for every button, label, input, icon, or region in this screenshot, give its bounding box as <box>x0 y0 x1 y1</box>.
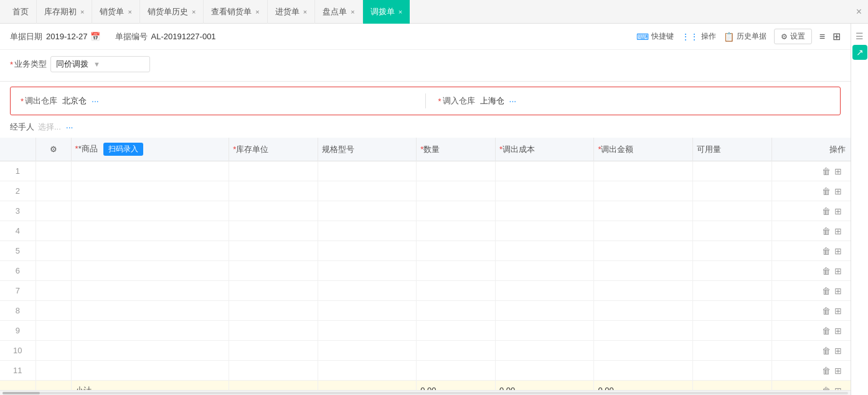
delete-icon[interactable]: 🗑 <box>822 206 831 216</box>
tab-sales-order[interactable]: 销货单 × <box>92 0 139 24</box>
tab-transfer[interactable]: 调拨单 × <box>363 0 410 24</box>
copy-icon[interactable]: ⊞ <box>834 346 842 356</box>
row-num: 5 <box>0 241 35 261</box>
copy-icon[interactable]: ⊞ <box>834 386 842 390</box>
copy-icon[interactable]: ⊞ <box>834 366 842 376</box>
setting-button[interactable]: ⚙ 设置 <box>774 29 812 44</box>
delete-icon[interactable]: 🗑 <box>822 226 831 236</box>
tab-sales-history[interactable]: 销货单历史 × <box>140 0 204 24</box>
operate-button[interactable]: ⋮⋮ 操作 <box>681 31 716 42</box>
scan-entry-button[interactable]: 扫码录入 <box>103 143 143 156</box>
warehouse-in-group: * 调入仓库 上海仓 ··· <box>438 95 831 107</box>
table-row: 8 🗑 ⊞ <box>0 301 851 321</box>
handler-input[interactable]: 选择... <box>38 121 61 133</box>
table-row: 7 🗑 ⊞ <box>0 281 851 301</box>
dropdown-caret-icon: ▼ <box>93 60 100 68</box>
list-icon[interactable]: ☰ <box>852 29 867 44</box>
history-button[interactable]: 📋 历史单据 <box>724 31 767 42</box>
delete-icon[interactable]: 🗑 <box>822 266 831 276</box>
copy-icon[interactable]: ⊞ <box>834 246 842 256</box>
warehouse-out-more-icon[interactable]: ··· <box>92 96 99 106</box>
doc-no-label: 单据编号 <box>115 31 148 42</box>
delete-icon[interactable]: 🗑 <box>822 386 831 390</box>
business-type-label: 业务类型 <box>14 59 47 70</box>
col-amount: *调出金额 <box>594 138 692 161</box>
row-num: 4 <box>0 221 35 241</box>
table-row: 9 🗑 ⊞ <box>0 321 851 341</box>
row-num: 1 <box>0 161 35 181</box>
delete-icon[interactable]: 🗑 <box>822 166 831 176</box>
copy-icon[interactable]: ⊞ <box>834 306 842 316</box>
history-icon: 📋 <box>724 32 734 42</box>
right-sidebar: ☰ ↗ <box>851 24 868 395</box>
layout-icon-1[interactable]: ≡ <box>819 31 825 42</box>
col-gear[interactable]: ⚙ <box>35 138 71 161</box>
subtotal-amount: 0.00 <box>594 381 692 391</box>
delete-icon[interactable]: 🗑 <box>822 186 831 196</box>
delete-icon[interactable]: 🗑 <box>822 306 831 316</box>
close-icon[interactable]: × <box>128 8 131 16</box>
copy-icon[interactable]: ⊞ <box>834 266 842 276</box>
row-num: 11 <box>0 361 35 381</box>
col-action: 操作 <box>771 138 851 161</box>
col-qty: *数量 <box>417 138 496 161</box>
close-icon[interactable]: × <box>399 8 402 16</box>
handler-label: 经手人 <box>10 121 34 133</box>
col-available: 可用量 <box>692 138 771 161</box>
tab-bar: 首页 库存期初 × 销货单 × 销货单历史 × 查看销货单 × 进货单 × 盘点… <box>0 0 868 24</box>
close-icon[interactable]: × <box>192 8 196 16</box>
copy-icon[interactable]: ⊞ <box>834 186 842 196</box>
required-star: * <box>10 60 13 69</box>
doc-no-value: AL-20191227-001 <box>151 32 216 41</box>
shortcut-button[interactable]: ⌨ 快捷键 <box>636 31 674 42</box>
copy-icon[interactable]: ⊞ <box>834 226 842 236</box>
table-row: 11 🗑 ⊞ <box>0 361 851 381</box>
subtotal-qty: 0.00 <box>417 381 496 391</box>
scroll-track[interactable] <box>2 392 848 394</box>
business-type-select[interactable]: 同价调拨 ▼ <box>50 56 150 72</box>
window-close-button[interactable]: × <box>856 6 862 17</box>
copy-icon[interactable]: ⊞ <box>834 326 842 336</box>
shortcut-icon: ⌨ <box>636 32 649 42</box>
table-row: 2 🗑 ⊞ <box>0 181 851 201</box>
scroll-thumb[interactable] <box>2 392 40 394</box>
subtotal-label: 小计 <box>71 381 229 391</box>
doc-date-label: 单据日期 <box>10 31 42 42</box>
layout-icon-2[interactable]: ⊞ <box>833 31 841 42</box>
form-area: * 业务类型 同价调拨 ▼ <box>0 50 851 82</box>
delete-icon[interactable]: 🗑 <box>822 326 831 336</box>
tab-inventory-check[interactable]: 盘点单 × <box>315 0 362 24</box>
doc-date-group: 单据日期 2019-12-27 📅 <box>10 31 100 42</box>
setting-icon: ⚙ <box>781 32 788 41</box>
tab-purchase[interactable]: 进货单 × <box>268 0 315 24</box>
tab-home[interactable]: 首页 <box>5 0 37 24</box>
copy-icon[interactable]: ⊞ <box>834 206 842 216</box>
copy-icon[interactable]: ⊞ <box>834 286 842 296</box>
header-row: 单据日期 2019-12-27 📅 单据编号 AL-20191227-001 ⌨… <box>0 24 851 50</box>
warehouse-in-more-icon[interactable]: ··· <box>509 96 517 106</box>
export-icon[interactable]: ↗ <box>852 45 867 60</box>
close-icon[interactable]: × <box>351 8 354 16</box>
handler-more-icon[interactable]: ··· <box>66 122 73 132</box>
copy-icon[interactable]: ⊞ <box>834 166 842 176</box>
subtotal-cost: 0.00 <box>495 381 593 391</box>
col-index <box>0 138 35 161</box>
tab-view-sales[interactable]: 查看销货单 × <box>204 0 267 24</box>
table-row: 4 🗑 ⊞ <box>0 221 851 241</box>
close-icon[interactable]: × <box>255 8 259 16</box>
close-icon[interactable]: × <box>303 8 307 16</box>
business-type-value: 同价调拨 <box>56 59 88 70</box>
delete-icon[interactable]: 🗑 <box>822 346 831 356</box>
delete-icon[interactable]: 🗑 <box>822 286 831 296</box>
row-num: 3 <box>0 201 35 221</box>
scroll-bar-area <box>0 390 851 395</box>
tab-inventory-init[interactable]: 库存期初 × <box>37 0 92 24</box>
delete-icon[interactable]: 🗑 <box>822 246 831 256</box>
row-num: 9 <box>0 321 35 341</box>
business-type-row: * 业务类型 同价调拨 ▼ <box>10 56 841 72</box>
close-icon[interactable]: × <box>80 8 84 16</box>
calendar-icon[interactable]: 📅 <box>90 32 100 41</box>
table-row: 10 🗑 ⊞ <box>0 341 851 361</box>
delete-icon[interactable]: 🗑 <box>822 366 831 376</box>
doc-date-value: 2019-12-27 <box>46 32 88 41</box>
